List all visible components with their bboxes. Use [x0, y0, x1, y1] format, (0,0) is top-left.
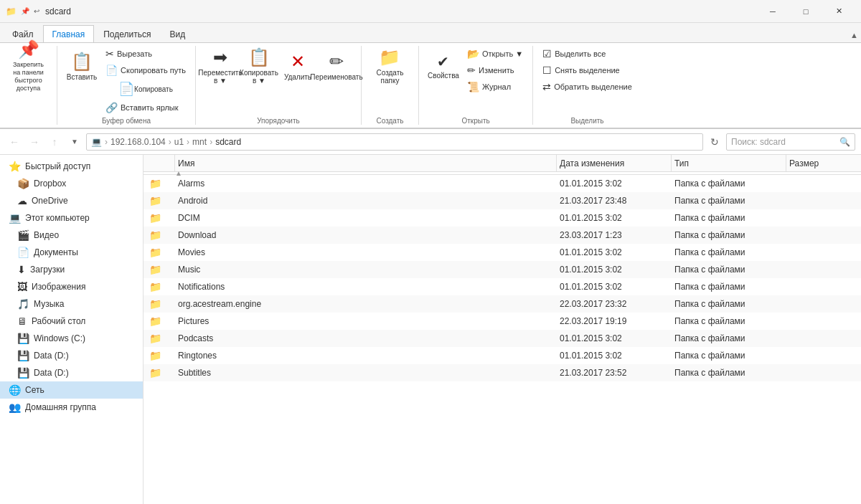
- col-size[interactable]: Размер: [786, 155, 858, 171]
- invert-selection-button[interactable]: ⇄ Обратить выделение: [539, 79, 636, 95]
- move-to-button[interactable]: ➡ Переместитьв ▼: [202, 46, 239, 86]
- properties-icon: ✔: [437, 53, 449, 70]
- copy-icon: 📄: [118, 81, 134, 97]
- delete-icon: ✕: [291, 52, 305, 72]
- folder-icon: 📁: [149, 350, 161, 361]
- sidebar-item-thispc[interactable]: 💻 Этот компьютер: [0, 209, 143, 227]
- ribbon-expand-icon[interactable]: ▲: [850, 31, 858, 39]
- file-name-cell: Pictures: [175, 316, 557, 326]
- col-type[interactable]: Тип: [672, 155, 786, 171]
- paste-shortcut-button[interactable]: 🔗 Вставить ярлык: [102, 100, 189, 115]
- paste-button[interactable]: 📋 Вставить: [63, 46, 100, 86]
- select-all-button[interactable]: ☑ Выделить все: [539, 46, 636, 62]
- recent-locations-button[interactable]: ▼: [66, 133, 83, 151]
- tab-share[interactable]: Поделиться: [94, 25, 160, 42]
- table-row[interactable]: 📁 Subtitles 21.03.2017 23:52 Папка с фай…: [144, 364, 861, 381]
- folder-icon: 📁: [149, 247, 161, 258]
- table-row[interactable]: 📁 Ringtones 01.01.2015 3:02 Папка с файл…: [144, 347, 861, 364]
- minimize-button[interactable]: ─: [756, 0, 789, 23]
- pin-button[interactable]: 📌 Закрепить на панелибыстрого доступа: [10, 46, 47, 86]
- folder-icon: 📁: [149, 195, 161, 206]
- table-row[interactable]: 📁 Notifications 01.01.2015 3:02 Папка с …: [144, 278, 861, 295]
- copy-path-button[interactable]: 📄 Скопировать путь: [102, 62, 189, 78]
- open-button[interactable]: 📂 Открыть ▼: [464, 46, 527, 62]
- up-button[interactable]: ↑: [46, 133, 63, 151]
- file-type-cell: Папка с файлами: [672, 213, 786, 223]
- table-row[interactable]: 📁 Podcasts 01.01.2015 3:02 Папка с файла…: [144, 330, 861, 347]
- table-row[interactable]: 📁 Music 01.01.2015 3:02 Папка с файлами: [144, 261, 861, 278]
- search-icon: 🔍: [839, 137, 850, 147]
- sidebar-item-images[interactable]: 🖼 Изображения: [0, 278, 143, 295]
- refresh-button[interactable]: ↻: [706, 133, 723, 151]
- copy-button[interactable]: 📄 Копировать: [102, 79, 189, 99]
- table-row[interactable]: 📁 Movies 01.01.2015 3:02 Папка с файлами: [144, 244, 861, 261]
- properties-button[interactable]: ✔ Свойства: [425, 46, 462, 86]
- col-date[interactable]: Дата изменения: [557, 155, 672, 171]
- edit-label: Изменить: [479, 66, 514, 75]
- tab-view[interactable]: Вид: [160, 25, 194, 42]
- music-icon: 🎵: [17, 298, 29, 310]
- rename-button[interactable]: ✏ Переименовать: [318, 46, 355, 86]
- sidebar-item-onedrive[interactable]: ☁ OneDrive: [0, 192, 143, 209]
- sidebar-item-data-d-1[interactable]: 💾 Data (D:): [0, 347, 143, 364]
- address-bar[interactable]: 💻 › 192.168.0.104 › u1 › mnt › sdcard: [86, 133, 703, 151]
- drive-d1-icon: 💾: [17, 350, 29, 361]
- file-type-cell: Папка с файлами: [672, 316, 786, 326]
- rename-icon: ✏: [329, 52, 344, 72]
- table-row[interactable]: 📁 org.acestream.engine 22.03.2017 23:32 …: [144, 295, 861, 313]
- pc-icon: 💻: [9, 212, 21, 224]
- deselect-button[interactable]: ☐ Снять выделение: [539, 62, 636, 78]
- table-row[interactable]: 📁 Pictures 22.03.2017 19:19 Папка с файл…: [144, 313, 861, 330]
- tab-home[interactable]: Главная: [43, 25, 95, 42]
- copy-path-icon: 📄: [105, 65, 118, 76]
- file-date-cell: 01.01.2015 3:02: [557, 247, 672, 257]
- file-date-cell: 01.01.2015 3:02: [557, 179, 672, 189]
- table-row[interactable]: 📁 Download 23.03.2017 1:23 Папка с файла…: [144, 227, 861, 244]
- sidebar-item-quickaccess[interactable]: ⭐ Быстрый доступ: [0, 158, 143, 175]
- table-row[interactable]: 📁 Alarms 01.01.2015 3:02 Папка с файлами: [144, 175, 861, 192]
- search-bar[interactable]: Поиск: sdcard 🔍: [726, 133, 855, 151]
- network-icon: 🌐: [9, 384, 21, 396]
- sidebar-item-video[interactable]: 🎬 Видео: [0, 227, 143, 244]
- sidebar-item-homegroup[interactable]: 👥 Домашняя группа: [0, 399, 143, 416]
- nav-bar: ← → ↑ ▼ 💻 › 192.168.0.104 › u1 › mnt › s…: [0, 129, 861, 155]
- table-row[interactable]: 📁 DCIM 01.01.2015 3:02 Папка с файлами: [144, 209, 861, 227]
- folder-icon: 📁: [149, 178, 161, 189]
- file-name-cell: DCIM: [175, 213, 557, 223]
- table-row[interactable]: 📁 Android 21.03.2017 23:48 Папка с файла…: [144, 192, 861, 209]
- history-button[interactable]: 📜 Журнал: [464, 79, 527, 95]
- pin-icon: 📌: [18, 39, 39, 60]
- sidebar-item-desktop[interactable]: 🖥 Рабочий стол: [0, 313, 143, 330]
- edit-button[interactable]: ✏ Изменить: [464, 62, 527, 78]
- deselect-icon: ☐: [542, 65, 552, 76]
- group-label-select: Выделить: [570, 115, 603, 125]
- invert-label: Обратить выделение: [554, 82, 632, 91]
- close-button[interactable]: ✕: [822, 0, 855, 23]
- sidebar-item-windows-c[interactable]: 💾 Windows (C:): [0, 330, 143, 347]
- quick-access-icon: 📌: [21, 7, 29, 15]
- sidebar-item-music[interactable]: 🎵 Музыка: [0, 295, 143, 313]
- col-name[interactable]: Имя: [175, 155, 557, 171]
- crumb-network: 💻: [91, 137, 102, 147]
- file-icon-cell: 📁: [146, 212, 175, 224]
- drive-d2-icon: 💾: [17, 367, 29, 379]
- sidebar-item-documents[interactable]: 📄 Документы: [0, 244, 143, 261]
- new-folder-button[interactable]: 📁 Создатьпапку: [368, 46, 411, 86]
- file-date-cell: 21.03.2017 23:52: [557, 368, 672, 378]
- sidebar-item-downloads[interactable]: ⬇ Загрузки: [0, 261, 143, 278]
- window-title: sdcard: [45, 6, 756, 16]
- forward-button[interactable]: →: [26, 133, 43, 151]
- move-to-label: Переместитьв ▼: [198, 69, 242, 85]
- ribbon-group-select: ☑ Выделить все ☐ Снять выделение ⇄ Обрат…: [533, 46, 641, 125]
- cut-button[interactable]: ✂ Вырезать: [102, 46, 189, 62]
- dropbox-icon: 📦: [17, 178, 29, 189]
- col-icon[interactable]: [146, 155, 175, 171]
- copy-to-button[interactable]: 📋 Копироватьв ▼: [240, 46, 278, 86]
- file-icon-cell: 📁: [146, 298, 175, 310]
- maximize-button[interactable]: □: [789, 0, 822, 23]
- folder-icon: 📁: [149, 298, 161, 310]
- sidebar-item-network[interactable]: 🌐 Сеть: [0, 381, 143, 399]
- sidebar-item-data-d-2[interactable]: 💾 Data (D:): [0, 364, 143, 381]
- sidebar-item-dropbox[interactable]: 📦 Dropbox: [0, 175, 143, 192]
- back-button[interactable]: ←: [6, 133, 23, 151]
